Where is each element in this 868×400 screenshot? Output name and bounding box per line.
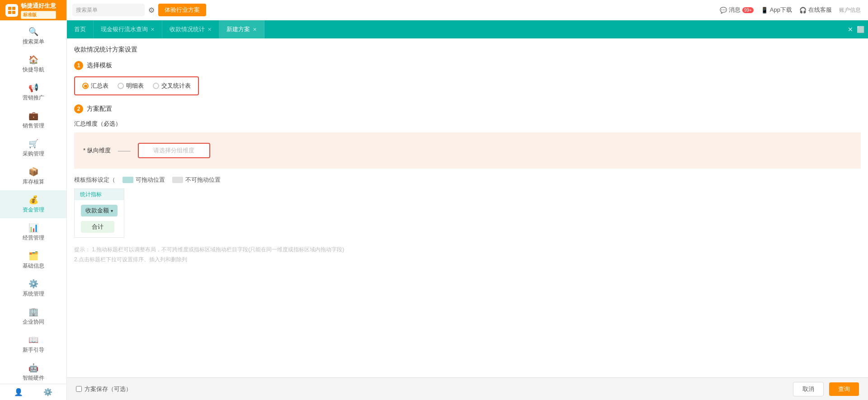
collab-icon: 🏢 bbox=[28, 307, 38, 317]
tab-new-plan-label: 新建方案 bbox=[226, 25, 250, 33]
indicator-tag-amount[interactable]: 收款金额 ▾ bbox=[81, 205, 118, 216]
tab-new-plan-close[interactable]: ✕ bbox=[253, 27, 257, 33]
notification-item[interactable]: 💬 消息 99+ bbox=[720, 6, 754, 14]
radio-summary-circle bbox=[82, 83, 89, 89]
svg-rect-2 bbox=[8, 11, 11, 14]
section1-title: 选择模板 bbox=[87, 61, 112, 70]
search-icon: 🔍 bbox=[28, 27, 38, 37]
sidebar-bottom-settings[interactable]: ⚙️ bbox=[43, 388, 52, 396]
sidebar-item-basic[interactable]: 🗂️ 基础信息 bbox=[0, 246, 66, 274]
indicator-dropdown-icon: ▾ bbox=[111, 208, 113, 213]
section-config: 2 方案配置 汇总维度（必选） * 纵向维度 —— 请选择分组维度 模板指标设定… bbox=[74, 104, 861, 264]
sidebar-item-system[interactable]: ⚙️ 系统管理 bbox=[0, 274, 66, 302]
radio-crosstab-label: 交叉统计表 bbox=[161, 82, 191, 90]
section2-number: 2 bbox=[74, 104, 83, 113]
sidebar-item-label: 基础信息 bbox=[23, 262, 44, 270]
main-content: 收款情况统计方案设置 1 选择模板 汇总表 明细表 交叉统计表 bbox=[67, 38, 868, 400]
sidebar-item-label: 营销推广 bbox=[23, 94, 44, 102]
sidebar-item-label: 采购管理 bbox=[23, 150, 44, 158]
sidebar-item-finance[interactable]: 💰 资金管理 bbox=[0, 190, 66, 218]
indicator-tags-row: 收款金额 ▾ bbox=[80, 204, 118, 217]
gear-icon[interactable]: ⚙ bbox=[148, 6, 155, 14]
sidebar-logo: 畅捷通好生意 标准版 bbox=[0, 0, 66, 20]
cancel-button[interactable]: 取消 bbox=[793, 382, 824, 396]
support-item[interactable]: 🎧 在线客服 bbox=[799, 6, 832, 14]
tab-receipts-close[interactable]: ✕ bbox=[208, 27, 212, 33]
indicator-table: 统计指标 收款金额 ▾ 合计 bbox=[74, 188, 124, 238]
footer-left: 方案保存（可选） bbox=[76, 385, 132, 393]
finance-icon: 💰 bbox=[28, 195, 38, 205]
tip-2: 2.点击标题栏下拉可设置排序、插入列和删除列 bbox=[74, 255, 861, 265]
indicator-content: 收款金额 ▾ 合计 bbox=[75, 200, 124, 237]
radio-detail-circle bbox=[118, 83, 124, 89]
section1-number: 1 bbox=[74, 61, 83, 70]
tips-section: 提示： 1.拖动标题栏可以调整布局，不可跨维度或指标区域拖动栏目字段(只能在同一… bbox=[74, 245, 861, 264]
tab-receipts-label: 收款情况统计 bbox=[170, 25, 205, 33]
expand-window-btn[interactable]: ⬜ bbox=[857, 26, 864, 33]
sidebar-item-sales[interactable]: 💼 销售管理 bbox=[0, 106, 66, 134]
draggable-label: 可拖动位置 bbox=[136, 176, 165, 184]
sidebar-item-collab[interactable]: 🏢 企业协同 bbox=[0, 302, 66, 330]
indicator-settings-label: 模板指标设定（ bbox=[74, 176, 115, 184]
section1-header: 1 选择模板 bbox=[74, 61, 861, 70]
draggable-legend-box bbox=[123, 177, 133, 183]
basic-icon: 🗂️ bbox=[28, 251, 38, 261]
user-account[interactable]: 账户信息 bbox=[839, 6, 861, 14]
indicator-section-header: 统计指标 bbox=[75, 189, 124, 200]
radio-detail[interactable]: 明细表 bbox=[118, 82, 144, 90]
indicator-amount-label: 收款金额 bbox=[85, 207, 109, 215]
sidebar-item-inventory[interactable]: 📦 库存核算 bbox=[0, 162, 66, 190]
section2-header: 2 方案配置 bbox=[74, 104, 861, 113]
radio-crosstab[interactable]: 交叉统计表 bbox=[153, 82, 191, 90]
tab-new-plan[interactable]: 新建方案 ✕ bbox=[219, 20, 264, 38]
tab-home[interactable]: 首页 bbox=[67, 20, 94, 38]
tab-spacer bbox=[264, 20, 844, 38]
sidebar-item-management[interactable]: 📊 经营管理 bbox=[0, 218, 66, 246]
dimension-select[interactable]: 请选择分组维度 bbox=[138, 143, 210, 158]
purchase-icon: 🛒 bbox=[28, 139, 38, 149]
system-icon: ⚙️ bbox=[28, 279, 38, 289]
sidebar-item-label: 智能硬件 bbox=[23, 374, 44, 382]
radio-summary[interactable]: 汇总表 bbox=[82, 82, 108, 90]
tip-1: 提示： 1.拖动标题栏可以调整布局，不可跨维度或指标区域拖动栏目字段(只能在同一… bbox=[74, 245, 861, 255]
download-label: App下载 bbox=[770, 6, 792, 14]
sidebar-item-marketing[interactable]: 📢 营销推广 bbox=[0, 78, 66, 106]
close-window-btn[interactable]: ✕ bbox=[848, 26, 853, 33]
sidebar-item-search[interactable]: 🔍 搜索菜单 bbox=[0, 22, 66, 50]
vertical-dim-label: * 纵向维度 bbox=[83, 146, 111, 155]
save-option[interactable]: 方案保存（可选） bbox=[76, 385, 132, 393]
template-radio-group: 汇总表 明细表 交叉统计表 bbox=[74, 76, 199, 95]
non-draggable-label: 不可拖动位置 bbox=[185, 176, 221, 184]
edition-tag: 标准版 bbox=[21, 11, 56, 19]
trial-button[interactable]: 体验行业方案 bbox=[158, 4, 206, 16]
sidebar-item-nav[interactable]: 🏠 快捷导航 bbox=[0, 50, 66, 78]
header-right: 💬 消息 99+ 📱 App下载 🎧 在线客服 账户信息 bbox=[712, 6, 868, 14]
header-left: 搜索菜单 ⚙ 体验行业方案 bbox=[67, 4, 712, 16]
download-item[interactable]: 📱 App下载 bbox=[761, 6, 792, 14]
sidebar-item-hardware[interactable]: 🤖 智能硬件 bbox=[0, 358, 66, 384]
notification-badge: 99+ bbox=[742, 7, 754, 13]
dimension-group-label: 汇总维度（必选） bbox=[74, 120, 861, 128]
query-button[interactable]: 查询 bbox=[829, 382, 859, 396]
indicator-section-label: 统计指标 bbox=[80, 191, 102, 198]
tab-receipts[interactable]: 收款情况统计 ✕ bbox=[162, 20, 219, 38]
sidebar-item-label: 搜索菜单 bbox=[23, 38, 44, 46]
search-bar[interactable]: 搜索菜单 bbox=[72, 4, 145, 16]
save-checkbox[interactable] bbox=[76, 386, 82, 392]
support-label: 在线客服 bbox=[808, 6, 832, 14]
legend-draggable: 可拖动位置 bbox=[123, 176, 165, 184]
svg-rect-3 bbox=[12, 11, 15, 14]
sales-icon: 💼 bbox=[28, 111, 38, 121]
page-content: 收款情况统计方案设置 1 选择模板 汇总表 明细表 交叉统计表 bbox=[67, 38, 868, 377]
sidebar-bottom-user[interactable]: 👤 bbox=[14, 388, 23, 396]
radio-crosstab-circle bbox=[153, 83, 159, 89]
sidebar-nav: 🔍 搜索菜单 🏠 快捷导航 📢 营销推广 💼 销售管理 🛒 采购管理 📦 库存核… bbox=[0, 20, 66, 384]
sidebar-item-label: 企业协同 bbox=[23, 318, 44, 326]
radio-summary-label: 汇总表 bbox=[91, 82, 108, 90]
sidebar-item-purchase[interactable]: 🛒 采购管理 bbox=[0, 134, 66, 162]
tab-bank-flow[interactable]: 现金银行流水查询 ✕ bbox=[94, 20, 162, 38]
sidebar-item-guide[interactable]: 📖 新手引导 bbox=[0, 330, 66, 358]
tab-bank-flow-close[interactable]: ✕ bbox=[151, 27, 155, 33]
hardware-icon: 🤖 bbox=[28, 363, 38, 373]
marketing-icon: 📢 bbox=[28, 83, 38, 93]
